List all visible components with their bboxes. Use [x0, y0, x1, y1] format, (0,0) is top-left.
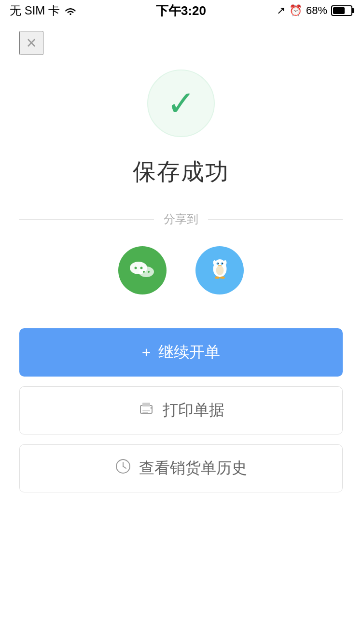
close-icon: ×: [26, 34, 36, 52]
share-divider: 分享到: [19, 211, 343, 227]
close-button[interactable]: ×: [19, 31, 43, 55]
svg-point-2: [135, 267, 137, 269]
divider-left: [19, 219, 154, 220]
sim-status: 无 SIM 卡: [10, 3, 60, 18]
svg-point-3: [140, 267, 143, 269]
qq-share-button[interactable]: [195, 246, 244, 294]
checkmark-icon: ✓: [167, 86, 195, 121]
svg-rect-19: [142, 403, 150, 406]
wechat-share-button[interactable]: [118, 246, 167, 294]
success-icon-wrapper: ✓: [147, 70, 215, 137]
alarm-icon: ⏰: [289, 4, 302, 17]
clock-icon: [115, 458, 131, 478]
wechat-icon: [128, 258, 157, 282]
svg-point-14: [215, 276, 220, 279]
status-bar: 无 SIM 卡 下午3:20 ↗ ⏰ 68%: [0, 0, 362, 21]
svg-point-13: [216, 266, 223, 275]
success-title: 保存成功: [133, 156, 229, 187]
history-label: 查看销货单历史: [139, 458, 247, 479]
print-icon: [138, 401, 155, 420]
svg-point-16: [213, 260, 216, 265]
action-buttons: + 继续开单 打印单据: [19, 328, 343, 492]
battery-icon: [331, 5, 352, 16]
share-icons: [118, 246, 244, 294]
divider-right: [208, 219, 343, 220]
svg-rect-18: [140, 406, 152, 413]
continue-label: 继续开单: [158, 342, 220, 363]
location-icon: ↗: [277, 4, 285, 17]
status-left: 无 SIM 卡: [10, 3, 77, 18]
svg-point-11: [222, 263, 223, 264]
print-label: 打印单据: [163, 400, 224, 421]
share-label: 分享到: [164, 211, 198, 227]
history-button[interactable]: 查看销货单历史: [19, 444, 343, 492]
status-right: ↗ ⏰ 68%: [277, 4, 352, 17]
battery-percent: 68%: [306, 4, 327, 17]
svg-point-10: [217, 263, 218, 264]
svg-point-22: [151, 407, 152, 409]
main-content: × ✓ 保存成功 分享到: [0, 21, 362, 521]
svg-point-5: [148, 271, 150, 273]
plus-icon: +: [142, 344, 151, 362]
svg-point-4: [143, 271, 145, 273]
qq-icon: [207, 257, 233, 284]
svg-rect-21: [142, 412, 148, 413]
continue-button[interactable]: + 继续开单: [19, 328, 343, 377]
svg-rect-20: [142, 410, 150, 411]
wifi-icon: [64, 6, 77, 15]
svg-point-17: [223, 260, 226, 265]
status-time: 下午3:20: [156, 2, 206, 19]
print-button[interactable]: 打印单据: [19, 386, 343, 434]
svg-point-15: [220, 276, 225, 279]
